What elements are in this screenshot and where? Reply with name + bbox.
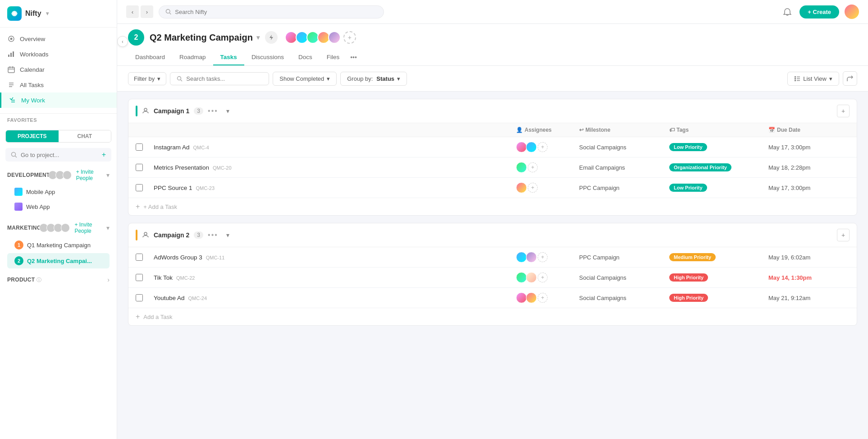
assignees-icon: 👤 [516,127,523,133]
table-row[interactable]: Youtube Ad QMC-24 + Social Campaigns Hig… [128,288,857,308]
avatar [63,171,72,180]
table-row[interactable]: PPC Source 1 QMC-23 + PPC Campaign Low P… [128,178,857,198]
svg-rect-21 [795,76,796,78]
marketing-avatars [41,223,70,232]
show-completed-button[interactable]: Show Completed ▾ [273,72,337,86]
sidebar-item-my-work[interactable]: My Work [0,92,117,108]
project-item-q1-marketing[interactable]: 1 Q1 Marketing Campaign [7,237,110,253]
table-row[interactable]: AdWords Group 3 QMC-11 + PPC Campaign Me… [128,247,857,268]
product-group-header[interactable]: PRODUCT ⓘ › [5,273,111,286]
project-item-web-app[interactable]: Web App [7,199,110,214]
sidebar-toggle-button[interactable]: ‹ [117,36,128,47]
group-icon [142,107,149,115]
campaign-1-group: Campaign 1 3 ••• ▾ + 👤 Assignees [128,99,857,216]
campaign-1-name: Campaign 1 [154,107,189,115]
milestone-cell: Social Campaigns [579,144,669,151]
tab-docs[interactable]: Docs [291,50,320,65]
campaign-2-add-button[interactable]: + [837,229,850,241]
tag-badge: Low Priority [669,143,707,151]
sidebar-item-calendar[interactable]: Calendar [0,62,117,77]
share-button[interactable] [843,71,857,86]
sidebar-item-overview[interactable]: Overview [0,31,117,46]
table-header: 👤 Assignees ↩ Milestone 🏷 Tags 📅 Due Dat… [128,123,857,137]
task-checkbox[interactable] [136,274,143,281]
search-tasks-input[interactable] [186,75,262,82]
add-member-button[interactable]: + [343,31,356,44]
chat-tab[interactable]: CHAT [59,130,111,142]
app-logo[interactable]: Nifty ▾ [7,6,49,21]
group-by-button[interactable]: Group by: Status ▾ [340,72,407,86]
marketing-chevron-icon[interactable]: ▾ [106,224,110,231]
development-chevron-icon[interactable]: ▾ [106,171,110,179]
task-checkbox[interactable] [136,164,143,171]
task-checkbox[interactable] [136,143,143,151]
development-avatars [50,171,72,180]
development-invite-people[interactable]: + Invite People [76,169,103,181]
task-checkbox[interactable] [136,294,143,301]
campaign-1-add-task-row[interactable]: + + Add a Task [128,198,857,215]
forward-button[interactable]: › [141,5,153,18]
milestone-cell: PPC Campaign [579,254,669,261]
product-chevron-icon[interactable]: › [107,276,110,283]
development-group-header[interactable]: DEVELOPMENT + Invite People ▾ [5,166,111,184]
marketing-group-header[interactable]: MARKETING + Invite People ▾ [5,219,111,237]
sidebar-item-all-tasks[interactable]: All Tasks [0,77,117,92]
project-dropdown-icon[interactable]: ▾ [256,34,260,41]
project-search-input[interactable] [21,152,98,158]
create-button[interactable]: + Create [799,5,839,18]
tab-tasks[interactable]: Tasks [213,50,244,65]
project-item-mobile-app[interactable]: Mobile App [7,185,110,199]
add-assignee-button[interactable]: + [538,252,548,262]
campaign-1-add-button[interactable]: + [837,105,850,117]
add-assignee-button[interactable]: + [538,273,548,282]
tag-cell: Medium Priority [669,253,768,261]
project-number: 2 [128,29,144,46]
search-tasks-bar [170,72,269,85]
campaign-2-add-task-row[interactable]: + Add a Task [128,308,857,325]
add-assignee-button[interactable]: + [538,142,548,152]
due-date-cell: May 19, 6:02am [768,254,850,261]
back-button[interactable]: ‹ [126,5,139,18]
task-checkbox[interactable] [136,184,143,191]
more-tabs-button[interactable]: ••• [347,50,361,65]
favorites-label[interactable]: FAVORITES [7,117,110,123]
tab-roadmap[interactable]: Roadmap [172,50,213,65]
tag-cell: Low Priority [669,143,768,151]
svg-rect-4 [10,53,12,57]
assignee-avatar [516,182,527,193]
add-assignee-button[interactable]: + [538,293,548,303]
list-view-button[interactable]: List View ▾ [787,72,839,86]
task-checkbox[interactable] [136,254,143,261]
campaign-1-chevron-icon[interactable]: ▾ [226,107,229,115]
marketing-invite-people[interactable]: + Invite People [74,222,103,234]
campaign-1-options-button[interactable]: ••• [208,107,218,115]
campaign-2-options-button[interactable]: ••• [208,231,218,239]
tags-icon: 🏷 [669,127,675,133]
tab-files[interactable]: Files [320,50,347,65]
filter-button[interactable]: Filter by ▾ [128,72,166,85]
table-row[interactable]: Tik Tok QMC-22 + Social Campaigns High P… [128,268,857,288]
my-work-label: My Work [21,97,45,104]
table-row[interactable]: Metrics Presentation QMC-20 + Email Camp… [128,157,857,178]
table-row[interactable]: Instagram Ad QMC-4 + Social Campaigns Lo… [128,137,857,157]
tab-dashboard[interactable]: Dashboard [128,50,172,65]
projects-tab[interactable]: PROJECTS [6,130,59,142]
group-by-value: Status [376,75,394,82]
user-avatar[interactable] [845,5,859,19]
lightning-button[interactable] [265,31,278,44]
notification-icon[interactable] [781,5,794,18]
campaign-2-chevron-icon[interactable]: ▾ [226,231,229,239]
project-item-q2-marketing[interactable]: 2 Q2 Marketing Campai... [7,253,110,268]
global-search-input[interactable] [175,9,377,15]
app-dropdown-icon[interactable]: ▾ [46,10,49,17]
due-date-cell: May 17, 3:00pm [768,144,850,151]
add-assignee-button[interactable]: + [528,162,538,172]
add-project-icon[interactable]: + [102,151,106,159]
search-icon [11,152,17,158]
tab-discussions[interactable]: Discussions [244,50,291,65]
product-group: PRODUCT ⓘ › [0,271,117,288]
assignee-avatar [526,252,537,263]
web-app-label: Web App [26,203,50,210]
sidebar-item-workloads[interactable]: Workloads [0,46,117,62]
add-assignee-button[interactable]: + [528,183,538,193]
